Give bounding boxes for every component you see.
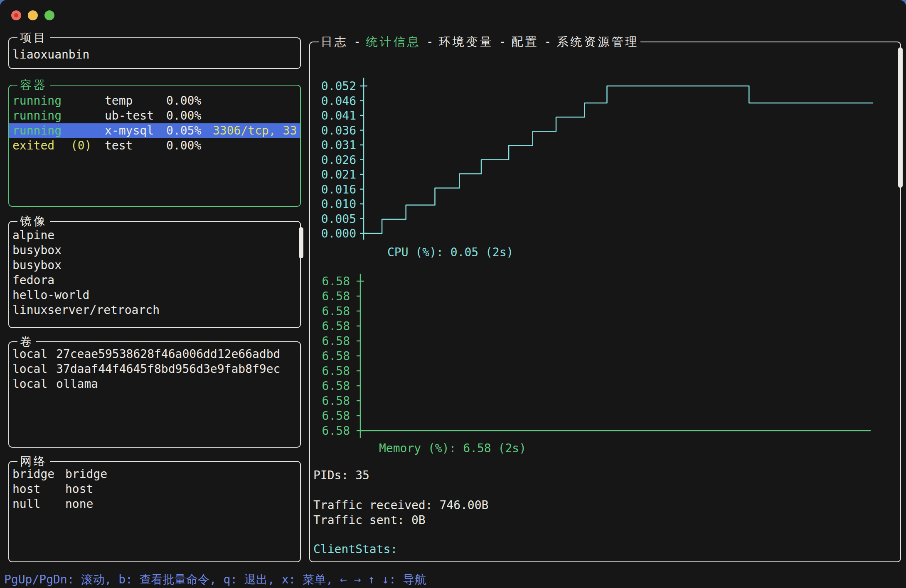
table-row[interactable]: hosthost bbox=[9, 482, 300, 497]
container-status: running bbox=[12, 108, 62, 123]
container-name: test bbox=[105, 138, 133, 153]
container-status: running bbox=[12, 123, 62, 138]
table-row[interactable]: fedora bbox=[9, 273, 300, 288]
svg-text:6.58: 6.58 bbox=[322, 364, 350, 378]
titlebar bbox=[0, 0, 906, 22]
tab-1[interactable]: 日志 bbox=[319, 34, 350, 50]
table-row[interactable]: hello-world bbox=[9, 288, 300, 303]
panel-images-body: alpinebusyboxbusyboxfedorahello-worldlin… bbox=[9, 222, 300, 327]
table-row[interactable]: local27ceae59538628f46a006dd12e66adbd bbox=[9, 347, 300, 362]
svg-text:6.58: 6.58 bbox=[322, 289, 350, 303]
volume-driver: local bbox=[12, 347, 47, 362]
svg-text:Memory (%): 6.58 (2s): Memory (%): 6.58 (2s) bbox=[379, 441, 526, 455]
app-window: 项目 liaoxuanbin 容器 runningtemp0.00%runnin… bbox=[0, 0, 906, 588]
tab-4[interactable]: 配置 bbox=[510, 34, 541, 50]
svg-text:0.041: 0.041 bbox=[321, 109, 356, 122]
image-name: busybox bbox=[12, 243, 62, 258]
table-row[interactable]: exited(0)test0.00% bbox=[9, 138, 300, 153]
detail-tabs: 日志-统计信息-环境变量-配置-系统资源管理 bbox=[319, 34, 640, 50]
volume-driver: local bbox=[12, 362, 47, 377]
panel-volumes[interactable]: 卷 local27ceae59538628f46a006dd12e66adbdl… bbox=[8, 341, 301, 448]
svg-text:0.026: 0.026 bbox=[321, 153, 356, 167]
svg-text:0.036: 0.036 bbox=[321, 124, 356, 137]
project-name: liaoxuanbin bbox=[12, 47, 89, 62]
tab-5[interactable]: 系统资源管理 bbox=[555, 34, 640, 50]
image-name: hello-world bbox=[12, 288, 89, 303]
container-exit-code: (0) bbox=[71, 138, 92, 153]
images-scrollbar-thumb[interactable] bbox=[299, 227, 303, 258]
svg-text:6.58: 6.58 bbox=[322, 334, 350, 348]
svg-text:0.021: 0.021 bbox=[321, 168, 356, 181]
image-name: alpine bbox=[12, 228, 54, 243]
memory-chart: 6.586.586.586.586.586.586.586.586.586.58… bbox=[311, 269, 898, 466]
panel-detail[interactable]: 日志-统计信息-环境变量-配置-系统资源管理 0.0520.0460.0410.… bbox=[309, 42, 901, 562]
volume-name: ollama bbox=[56, 377, 98, 392]
panel-images[interactable]: 镜像 alpinebusyboxbusyboxfedorahello-world… bbox=[8, 221, 301, 328]
container-status: running bbox=[12, 93, 62, 108]
container-name: x-mysql bbox=[105, 123, 154, 138]
cpu-chart: 0.0520.0460.0410.0360.0310.0260.0210.016… bbox=[311, 67, 898, 267]
table-row[interactable]: local37daaf44f4645f8bd956d3e9fab8f9ec bbox=[9, 362, 300, 377]
table-row[interactable]: runningtemp0.00% bbox=[9, 93, 300, 108]
svg-text:CPU (%): 0.05 (2s): CPU (%): 0.05 (2s) bbox=[387, 245, 513, 259]
network-driver: host bbox=[12, 482, 40, 497]
tab-separator: - bbox=[423, 34, 437, 50]
panel-networks[interactable]: 网络 bridgebridgehosthostnullnone bbox=[8, 461, 301, 562]
tab-separator: - bbox=[350, 34, 364, 50]
svg-text:6.58: 6.58 bbox=[322, 349, 350, 363]
traffic-received-stat: Traffic received: 746.00B bbox=[313, 498, 488, 513]
table-row[interactable]: alpine bbox=[9, 228, 300, 243]
network-driver: null bbox=[12, 497, 40, 512]
svg-text:6.58: 6.58 bbox=[322, 379, 350, 393]
image-name: busybox bbox=[12, 258, 62, 273]
container-status: exited bbox=[12, 138, 54, 153]
zoom-button[interactable] bbox=[44, 10, 54, 20]
tab-2[interactable]: 统计信息 bbox=[364, 34, 423, 50]
svg-text:0.046: 0.046 bbox=[321, 94, 356, 108]
svg-text:0.000: 0.000 bbox=[321, 227, 356, 240]
table-row[interactable]: runningub-test0.00% bbox=[9, 108, 300, 123]
minimize-button[interactable] bbox=[28, 10, 38, 20]
table-row[interactable]: busybox bbox=[9, 243, 300, 258]
network-driver: bridge bbox=[12, 467, 54, 482]
network-name: none bbox=[65, 497, 93, 512]
volume-driver: local bbox=[12, 377, 47, 392]
table-row[interactable]: linuxserver/retroarch bbox=[9, 303, 300, 318]
panel-containers[interactable]: 容器 runningtemp0.00%runningub-test0.00%ru… bbox=[8, 85, 301, 207]
panel-networks-body: bridgebridgehosthostnullnone bbox=[9, 462, 300, 561]
svg-text:6.58: 6.58 bbox=[322, 394, 350, 408]
traffic-sent-stat: Traffic sent: 0B bbox=[313, 513, 426, 528]
container-name: ub-test bbox=[105, 108, 154, 123]
container-name: temp bbox=[105, 93, 133, 108]
table-row[interactable]: runningx-mysql0.05%3306/tcp, 33 bbox=[9, 123, 300, 138]
panel-project[interactable]: 项目 liaoxuanbin bbox=[8, 37, 301, 69]
table-row[interactable]: bridgebridge bbox=[9, 467, 300, 482]
volume-name: 37daaf44f4645f8bd956d3e9fab8f9ec bbox=[56, 362, 280, 377]
volume-name: 27ceae59538628f46a006dd12e66adbd bbox=[56, 347, 280, 362]
svg-text:6.58: 6.58 bbox=[322, 304, 350, 318]
tab-3[interactable]: 环境变量 bbox=[437, 34, 495, 50]
svg-text:6.58: 6.58 bbox=[322, 274, 350, 288]
panel-containers-body: runningtemp0.00%runningub-test0.00%runni… bbox=[9, 86, 300, 206]
keybindings-help: PgUp/PgDn: 滚动, b: 查看批量命令, q: 退出, x: 菜单, … bbox=[4, 572, 426, 587]
client-stats-label: ClientStats: bbox=[313, 542, 397, 557]
table-row[interactable]: nullnone bbox=[9, 497, 300, 512]
detail-scrollbar-thumb[interactable] bbox=[898, 47, 903, 188]
svg-text:0.010: 0.010 bbox=[321, 197, 356, 211]
svg-text:6.58: 6.58 bbox=[322, 424, 350, 438]
table-row[interactable]: busybox bbox=[9, 258, 300, 273]
close-button[interactable] bbox=[11, 10, 21, 20]
container-cpu: 0.00% bbox=[166, 93, 201, 108]
table-row[interactable]: localollama bbox=[9, 377, 300, 392]
container-cpu: 0.00% bbox=[166, 138, 201, 153]
table-row[interactable]: liaoxuanbin bbox=[9, 47, 300, 62]
svg-text:0.031: 0.031 bbox=[321, 138, 356, 152]
panel-volumes-body: local27ceae59538628f46a006dd12e66adbdloc… bbox=[9, 342, 300, 447]
container-cpu: 0.05% bbox=[166, 123, 201, 138]
container-ports: 3306/tcp, 33 bbox=[213, 123, 297, 138]
panel-project-body: liaoxuanbin bbox=[9, 38, 300, 68]
svg-text:0.052: 0.052 bbox=[321, 79, 356, 93]
tab-separator: - bbox=[541, 34, 555, 50]
pids-stat: PIDs: 35 bbox=[313, 468, 369, 483]
statusbar-right: 捐赠0.24.1 bbox=[792, 572, 895, 587]
